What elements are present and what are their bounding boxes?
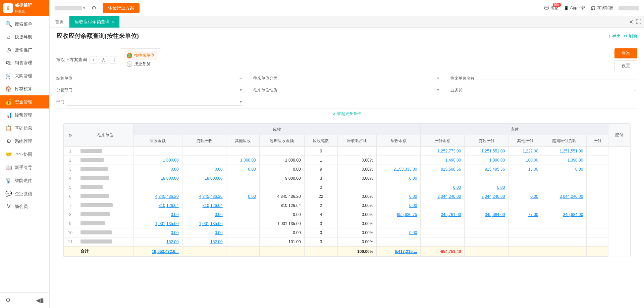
- prepay-cell[interactable]: 0.00: [377, 228, 421, 237]
- ap-amount-cell[interactable]: 345,761.00: [421, 210, 465, 219]
- overdue-ap-cell[interactable]: 345,684.00: [542, 210, 587, 219]
- tab-home[interactable]: 首页: [50, 16, 69, 28]
- sidebar-item-quick-nav[interactable]: ⌂ 快捷导航: [0, 31, 49, 43]
- sidebar-item-member[interactable]: V 畅会员: [0, 200, 49, 213]
- ap-amount-cell[interactable]: 0.00: [421, 183, 465, 192]
- filter-target-icon[interactable]: ◎: [100, 56, 107, 63]
- other-ap-cell[interactable]: 1,222.00: [508, 147, 542, 156]
- other-ar-cell[interactable]: 1,000.00: [226, 156, 259, 165]
- overdue-ap-cell[interactable]: 3,044,240.00: [542, 192, 587, 201]
- tabs-bar: 首页 应收应付余额查询 × ✕ ⛶: [50, 16, 644, 28]
- app-download-button[interactable]: 📱 App下载: [564, 5, 585, 11]
- total-prepay[interactable]: 6,417,215....: [377, 247, 421, 257]
- loan-ar-cell[interactable]: 1,001,135.00: [182, 219, 226, 228]
- sidebar-item-inventory[interactable]: 🏠 库存核算: [0, 82, 49, 95]
- loan-ap-cell[interactable]: 345,684.00: [465, 210, 508, 219]
- ap-amount-cell[interactable]: 3,044,240.00: [421, 192, 465, 201]
- tab-close-icon[interactable]: ×: [112, 19, 114, 24]
- prepay-cell[interactable]: 0.00: [377, 174, 421, 183]
- loan-ar-cell[interactable]: 152.00: [182, 237, 226, 247]
- close-tab-icon[interactable]: ✕: [629, 19, 633, 25]
- sidebar-item-sales[interactable]: 🛍 销售管理: [0, 56, 49, 69]
- loan-ar-cell[interactable]: 0.00: [182, 210, 226, 219]
- unit-category-input[interactable]: ▾: [279, 75, 440, 82]
- sidebar-item-basic[interactable]: 📋 基础信息: [0, 122, 49, 135]
- ap-amount-cell[interactable]: 915,508.56: [421, 165, 465, 174]
- query-button[interactable]: 查询: [614, 48, 637, 58]
- online-service-button[interactable]: 🎧 在线客服: [591, 5, 613, 11]
- filter-collapse-icon[interactable]: 《: [110, 56, 117, 63]
- collapse-sidebar-icon[interactable]: ◀▮: [36, 297, 44, 304]
- sidebar-item-marketing[interactable]: ◎ 营销推广: [0, 43, 49, 56]
- loan-ar-cell[interactable]: 810,126.64: [182, 201, 226, 210]
- gear-icon[interactable]: ⚙: [89, 3, 99, 13]
- unit-name-input[interactable]: [477, 77, 637, 80]
- user-info[interactable]: [619, 6, 639, 10]
- total-ar-amount[interactable]: 19,553,472,6...: [133, 247, 182, 257]
- ar-amount-cell[interactable]: 0.00: [133, 165, 182, 174]
- sidebar-item-finance[interactable]: 💰 资金管理: [0, 95, 49, 108]
- settings-button[interactable]: 设置: [614, 60, 637, 71]
- ar-amount-cell[interactable]: 1,001,135.00: [133, 219, 182, 228]
- ar-amount-cell[interactable]: 0.00: [133, 228, 182, 237]
- ar-amount-cell[interactable]: 152.00: [133, 237, 182, 247]
- refresh-button[interactable]: ↺ 刷新: [624, 33, 637, 39]
- settlement-input[interactable]: ···: [74, 75, 243, 82]
- other-ar-cell[interactable]: 0.00: [226, 192, 259, 201]
- loan-ar-cell[interactable]: 0.00: [182, 228, 226, 237]
- ar-amount-cell[interactable]: 1,000.00: [133, 156, 182, 165]
- salesman-input[interactable]: ···: [465, 86, 637, 94]
- scheme-item-salesman[interactable]: ◎ 按业务员: [124, 60, 157, 68]
- other-ap-cell[interactable]: 13.00: [508, 165, 542, 174]
- filter-add-button[interactable]: +: [90, 56, 97, 63]
- other-ap-cell[interactable]: 100.00: [508, 156, 542, 165]
- settings-bottom-icon[interactable]: ⚙: [5, 297, 11, 304]
- prepay-cell[interactable]: 0.00: [377, 201, 421, 210]
- sidebar-item-smart-hw[interactable]: 📡 智能硬件: [0, 174, 49, 187]
- ar-amount-cell[interactable]: 810,126.64: [133, 201, 182, 210]
- loan-ap-cell[interactable]: 0.00: [465, 183, 508, 192]
- loan-ap-cell[interactable]: 3,044,240.00: [465, 192, 508, 201]
- dept-manager-input[interactable]: ▾: [74, 86, 243, 94]
- settings-header[interactable]: ⚙: [64, 124, 77, 147]
- overdue-ap-cell[interactable]: 1,390.00: [542, 156, 587, 165]
- export-button[interactable]: ↑ 导出: [609, 33, 621, 39]
- other-ap-cell[interactable]: 0.00: [508, 192, 542, 201]
- ar-amount-cell[interactable]: 18,000.00: [133, 174, 182, 183]
- other-ar-cell[interactable]: 0.00: [226, 165, 259, 174]
- loan-ap-cell[interactable]: 915,495.56: [465, 165, 508, 174]
- ap-amount-cell[interactable]: 1,252,773.00: [421, 147, 465, 156]
- collapse-filter-button[interactable]: ∧ 收起更多条件: [333, 111, 361, 117]
- sidebar-item-wechat[interactable]: 💬 企业微信: [0, 187, 49, 200]
- unit-nature-input[interactable]: ▾: [279, 86, 440, 94]
- other-ar-cell: [226, 147, 259, 156]
- dept-input[interactable]: ▾: [66, 98, 243, 106]
- overdue-ar-cell: 810,126.64: [259, 201, 304, 210]
- sidebar-item-business[interactable]: 📊 经营管理: [0, 108, 49, 122]
- other-ap-cell[interactable]: 77.00: [508, 210, 542, 219]
- loan-ar-cell[interactable]: 0.00: [182, 165, 226, 174]
- prepay-cell[interactable]: 2,153,333.00: [377, 165, 421, 174]
- sidebar-item-newbie[interactable]: 📖 新手引导: [0, 161, 49, 174]
- sidebar-item-search-menu[interactable]: 🔍 搜索菜单: [0, 17, 49, 31]
- overdue-ap-cell[interactable]: 0.00: [542, 165, 587, 174]
- overdue-ap-cell[interactable]: 1,251,551.00: [542, 147, 587, 156]
- prepay-cell[interactable]: 655,636.75: [377, 210, 421, 219]
- tab-ar-ap[interactable]: 应收应付余额查询 ×: [69, 16, 120, 28]
- sidebar-item-enterprise[interactable]: 🤝 企业协同: [0, 148, 49, 161]
- cta-button[interactable]: 体验行业方案: [103, 3, 140, 13]
- loan-ar-cell[interactable]: 18,000.00: [182, 174, 226, 183]
- messages-button[interactable]: 💬 消息 99+: [544, 5, 558, 11]
- total-overdue-ap: [542, 247, 587, 257]
- sidebar-item-purchase[interactable]: 🛒 采购管理: [0, 69, 49, 82]
- loan-ap-cell[interactable]: 1,251,551.00: [465, 147, 508, 156]
- loan-ar-cell[interactable]: 4,345,436.20: [182, 192, 226, 201]
- scheme-item-unit[interactable]: 💹 按往来单位: [124, 51, 157, 60]
- ar-amount-cell[interactable]: 0.00: [133, 210, 182, 219]
- ap-amount-cell[interactable]: 1,490.00: [421, 156, 465, 165]
- ar-amount-cell[interactable]: 4,345,436.20: [133, 192, 182, 201]
- maximize-tab-icon[interactable]: ⛶: [636, 19, 641, 25]
- loan-ap-cell[interactable]: 1,390.00: [465, 156, 508, 165]
- sidebar-item-system[interactable]: ⚙ 系统管理: [0, 135, 49, 148]
- prepay-cell[interactable]: 0.00: [377, 192, 421, 201]
